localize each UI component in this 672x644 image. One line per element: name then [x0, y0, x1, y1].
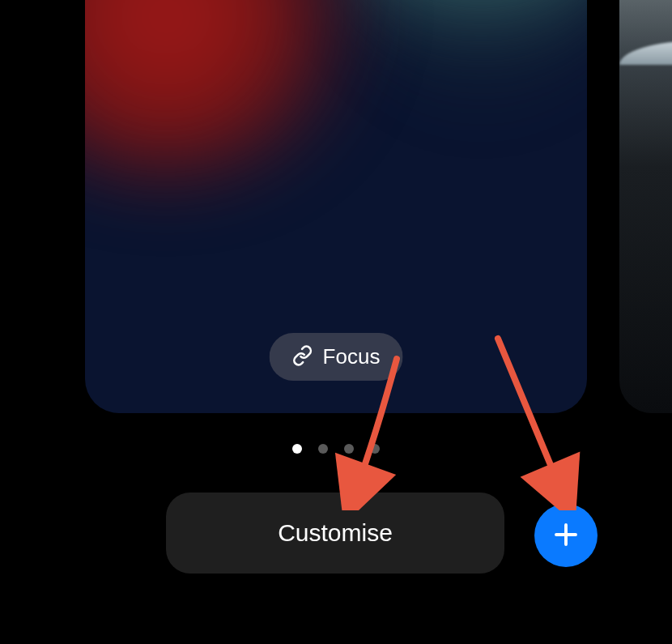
customise-button[interactable]: Customise: [166, 493, 504, 574]
focus-button[interactable]: Focus: [270, 333, 403, 381]
wallpaper-decor: [619, 41, 672, 65]
add-wallpaper-button[interactable]: [534, 504, 598, 567]
page-dot: [344, 444, 354, 454]
page-dot: [370, 444, 380, 454]
wallpaper-preview-card[interactable]: Focus: [85, 0, 587, 413]
wallpaper-decor: [85, 0, 376, 186]
customise-label: Customise: [278, 519, 393, 546]
focus-label: Focus: [323, 344, 381, 369]
page-indicator: [0, 444, 672, 454]
page-dot: [318, 444, 328, 454]
page-dot: [292, 444, 302, 454]
plus-icon: [551, 520, 581, 552]
link-icon: [292, 345, 313, 369]
wallpaper-preview-next[interactable]: [619, 0, 672, 413]
